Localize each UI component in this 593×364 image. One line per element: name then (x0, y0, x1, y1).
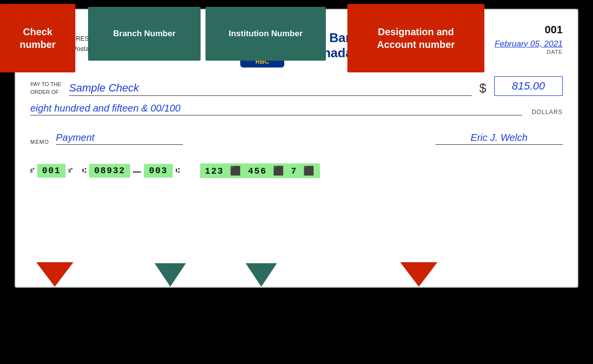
memo-left: MEMO Payment (30, 132, 183, 145)
institution-number-label-box: Institution Number (205, 7, 326, 61)
micr-symbol-5: ⑆ (176, 167, 180, 175)
institution-arrow (246, 263, 277, 287)
branch-arrow (155, 263, 186, 287)
memo-line: Payment (56, 132, 183, 145)
memo-section: MEMO Payment Eric J. Welch (30, 132, 563, 145)
payee-line: Sample Check (69, 82, 472, 96)
payee-name: Sample Check (69, 82, 139, 94)
memo-label: MEMO (30, 139, 49, 145)
check-arrow (36, 262, 73, 287)
amount-value: 815.00 (512, 80, 545, 92)
signature-value: Eric J. Welch (471, 132, 527, 143)
micr-symbol-4: ⑉⑉ (133, 167, 141, 175)
micr-line: ⑈ 001 ⑈ ⑆ 08932 ⑉⑉ 003 ⑆ 123 ⬛ 456 ⬛ 7 ⬛ (30, 163, 563, 178)
branch-number-label: Branch Number (113, 28, 176, 39)
designation-account-label: Designation and Account number (377, 25, 455, 51)
institution-number-label: Institution Number (228, 28, 302, 39)
check-date: February 05, 2021 (495, 39, 563, 49)
designation-account-label-box: Designation and Account number (347, 4, 489, 72)
check-number-label-box: Check number (0, 4, 78, 72)
check-number: 001 (495, 23, 563, 36)
micr-institution: 003 (144, 164, 172, 178)
micr-symbol-3: ⑆ (82, 167, 86, 175)
memo-value: Payment (56, 132, 94, 143)
micr-symbol-1: ⑈ (30, 167, 34, 175)
dollars-label: DOLLARS (532, 109, 563, 115)
dollar-sign: $ (479, 81, 486, 96)
check-number-area: 001 February 05, 2021 DATE (495, 23, 563, 55)
designation-arrow (400, 262, 437, 287)
amount-box: 815.00 (494, 76, 563, 96)
date-label: DATE (547, 49, 563, 55)
branch-number-label-box: Branch Number (88, 7, 201, 61)
check-number-label: Check number (20, 25, 55, 51)
pay-to-section: PAY TO THEORDER OF Sample Check $ 815.00 (30, 76, 563, 96)
micr-account: 123 ⬛ 456 ⬛ 7 ⬛ (200, 163, 320, 178)
micr-check-number: 001 (37, 164, 66, 178)
pay-to-label: PAY TO THEORDER OF (30, 81, 61, 96)
amount-words: eight hundred and fifteen & 00/100 (30, 103, 522, 115)
amount-words-section: eight hundred and fifteen & 00/100 DOLLA… (30, 103, 563, 115)
micr-branch: 08932 (89, 164, 130, 178)
signature-line: Eric J. Welch (435, 132, 563, 145)
micr-symbol-2: ⑈ (68, 167, 72, 175)
